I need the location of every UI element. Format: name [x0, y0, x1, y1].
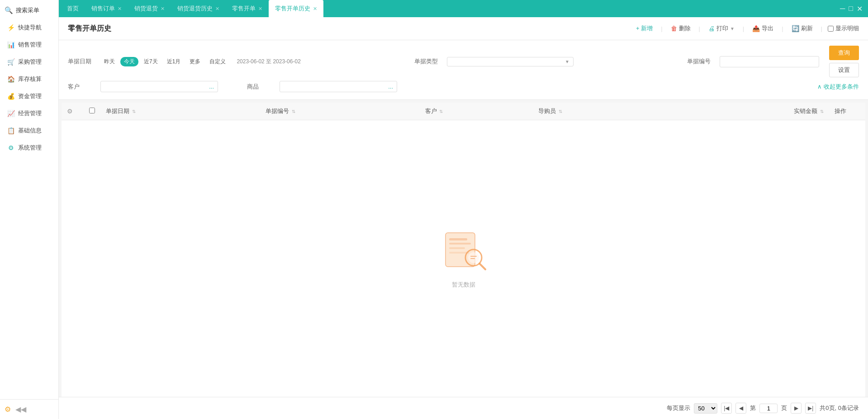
number-filter-input[interactable]: [720, 56, 819, 67]
display-detail-checkbox[interactable]: [828, 26, 834, 32]
search-button[interactable]: 查询: [829, 46, 859, 60]
window-maximize-btn[interactable]: □: [849, 5, 853, 13]
th-number-label: 单据编号: [266, 108, 289, 114]
tab-sales-return-history-close[interactable]: ✕: [215, 6, 219, 12]
th-number: 单据编号 ⇅: [260, 103, 420, 120]
date-sort-icon[interactable]: ⇅: [132, 109, 136, 114]
add-button[interactable]: + 新增: [633, 23, 655, 34]
display-detail-button[interactable]: 显示明细: [828, 24, 859, 33]
collapse-sidebar-icon[interactable]: ◀◀: [15, 405, 26, 414]
date-btn-7days[interactable]: 近7天: [140, 57, 161, 66]
settings-footer-icon[interactable]: ⚙: [5, 405, 11, 414]
tab-sales-return-history-label: 销货退货历史: [177, 5, 213, 13]
sidebar-item-finance-mgmt[interactable]: 💰 资金管理: [0, 88, 58, 105]
filter-row-2: 客户 ... 商品 ... ∧ 收起更多条件: [68, 81, 859, 92]
date-btn-more[interactable]: 更多: [186, 57, 204, 66]
date-btn-yesterday[interactable]: 昨天: [100, 57, 119, 66]
select-all-checkbox[interactable]: [89, 108, 95, 113]
tab-sales-return-label: 销货退货: [134, 5, 158, 13]
sidebar-search-label: 搜索采单: [16, 6, 39, 14]
tab-home-label: 首页: [67, 5, 79, 13]
tab-retail-open-history-label: 零售开单历史: [275, 5, 310, 13]
th-date-label: 单据日期: [106, 108, 129, 114]
svg-line-7: [479, 264, 485, 269]
purchase-mgmt-icon: 🛒: [7, 58, 14, 66]
customer-ellipsis-btn[interactable]: ...: [209, 83, 214, 90]
tab-retail-open[interactable]: 零售开单 ✕: [226, 0, 269, 17]
tab-retail-open-history[interactable]: 零售开单历史 ✕: [269, 0, 323, 17]
sidebar-item-label: 系统管理: [18, 144, 42, 152]
customer-filter-input[interactable]: ...: [100, 81, 218, 92]
sidebar-item-basic-info[interactable]: 📋 基础信息: [0, 122, 58, 139]
display-detail-label: 显示明细: [835, 24, 859, 33]
amount-sort-icon[interactable]: ⇅: [820, 109, 824, 114]
sales-mgmt-icon: 📊: [7, 41, 14, 48]
customer-input-field[interactable]: [104, 83, 207, 90]
refresh-button[interactable]: 🔄 刷新: [789, 23, 816, 34]
th-amount: 实销金额 ⇅: [669, 103, 829, 120]
tab-home[interactable]: 首页: [61, 0, 85, 17]
tab-sales-return[interactable]: 销货退货 ✕: [128, 0, 171, 17]
sidebar-item-quick-nav[interactable]: ⚡ 快捷导航: [0, 19, 58, 36]
salesperson-sort-icon[interactable]: ⇅: [559, 109, 562, 114]
tab-sales-order[interactable]: 销售订单 ✕: [85, 0, 128, 17]
export-button-label: 导出: [762, 24, 773, 33]
tab-sales-return-history[interactable]: 销货退货历史 ✕: [171, 0, 226, 17]
print-button[interactable]: 🖨 打印 ▼: [706, 23, 737, 34]
empty-state: 暂无数据: [62, 120, 865, 397]
product-input-field[interactable]: [284, 83, 386, 90]
sidebar-item-inventory[interactable]: 🏠 库存核算: [0, 71, 58, 88]
product-filter-input[interactable]: ...: [280, 81, 397, 92]
empty-illustration: [436, 228, 491, 273]
tab-retail-open-label: 零售开单: [232, 5, 256, 13]
filter-settings-button[interactable]: 设置: [829, 63, 859, 77]
tab-retail-open-close[interactable]: ✕: [258, 6, 262, 12]
page-unit: 页: [781, 404, 787, 412]
number-input-field[interactable]: [724, 58, 815, 65]
operations-mgmt-icon: 📈: [7, 110, 14, 117]
tab-sales-order-close[interactable]: ✕: [118, 6, 122, 12]
customer-filter-label: 客户: [68, 83, 95, 91]
table-container: ⚙ 单据日期 ⇅ 单据编号 ⇅: [62, 103, 865, 397]
sidebar-item-operations-mgmt[interactable]: 📈 经营管理: [0, 105, 58, 122]
page-actions: + 新增 | 🗑 删除 | 🖨 打印 ▼ | 📤 导出 |: [633, 23, 859, 34]
th-amount-label: 实销金额: [794, 108, 817, 114]
svg-rect-2: [449, 243, 471, 245]
tab-sales-return-close[interactable]: ✕: [161, 6, 165, 12]
sidebar-item-system-mgmt[interactable]: ⚙ 系统管理: [0, 139, 58, 156]
sidebar-item-label: 资金管理: [18, 92, 42, 100]
sidebar-footer: ⚙ ◀◀: [0, 399, 58, 419]
date-btn-custom[interactable]: 自定义: [206, 57, 229, 66]
prev-page-btn[interactable]: ◀: [735, 403, 746, 414]
sidebar-item-label: 销售管理: [18, 41, 42, 49]
delete-button[interactable]: 🗑 删除: [668, 23, 693, 34]
number-sort-icon[interactable]: ⇅: [292, 109, 295, 114]
th-salesperson-label: 导购员: [538, 108, 556, 114]
sidebar-item-label: 库存核算: [18, 75, 42, 83]
sidebar-item-purchase-mgmt[interactable]: 🛒 采购管理: [0, 53, 58, 71]
finance-mgmt-icon: 💰: [7, 93, 14, 100]
last-page-btn[interactable]: ▶|: [805, 403, 816, 414]
window-close-btn[interactable]: ✕: [857, 5, 863, 13]
per-page-select[interactable]: 50 100 200: [694, 403, 717, 414]
collapse-label: 收起更多条件: [824, 83, 859, 91]
column-settings-icon[interactable]: ⚙: [67, 108, 73, 115]
sidebar-search[interactable]: 🔍 搜索采单: [0, 0, 58, 19]
page-number-input[interactable]: [759, 404, 778, 413]
window-minimize-btn[interactable]: ─: [840, 5, 845, 13]
collapse-filter-btn[interactable]: ∧ 收起更多条件: [817, 83, 859, 91]
sidebar-item-sales-mgmt[interactable]: 📊 销售管理: [0, 36, 58, 53]
first-page-btn[interactable]: |◀: [721, 403, 732, 414]
type-filter-select[interactable]: ▼: [447, 57, 574, 66]
delete-icon: 🗑: [671, 25, 677, 32]
export-icon: 📤: [752, 25, 760, 32]
basic-info-icon: 📋: [7, 127, 14, 134]
page-header: 零售开单历史 + 新增 | 🗑 删除 | 🖨 打印 ▼ | 📤: [59, 17, 868, 40]
tab-retail-open-history-close[interactable]: ✕: [313, 6, 317, 12]
customer-sort-icon[interactable]: ⇅: [439, 109, 443, 114]
date-btn-today[interactable]: 今天: [120, 57, 138, 66]
export-button[interactable]: 📤 导出: [749, 23, 776, 34]
product-ellipsis-btn[interactable]: ...: [388, 83, 393, 90]
date-btn-1month[interactable]: 近1月: [163, 57, 185, 66]
next-page-btn[interactable]: ▶: [791, 403, 802, 414]
